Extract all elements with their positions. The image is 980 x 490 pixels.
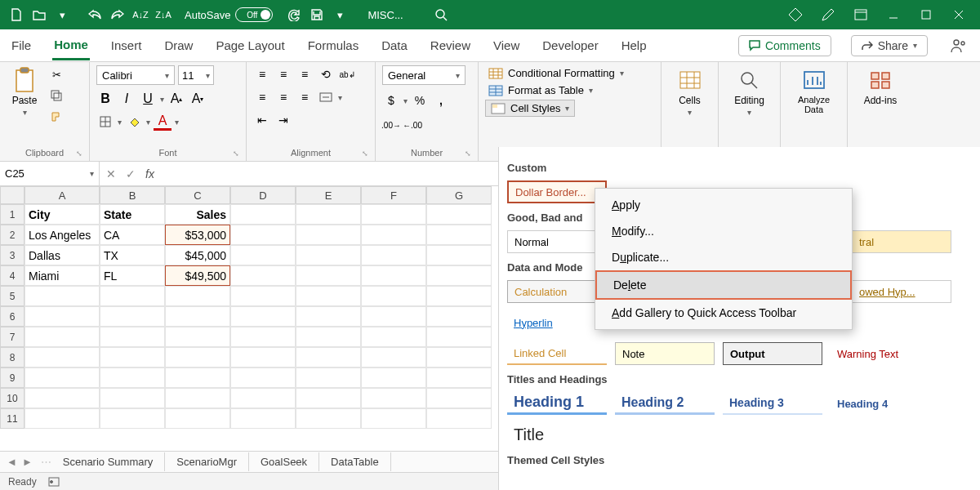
new-file-icon[interactable] xyxy=(7,5,26,24)
collab-icon[interactable] xyxy=(947,34,970,57)
diamond-icon[interactable] xyxy=(781,0,810,29)
addins-button[interactable]: Add-ins xyxy=(859,65,902,108)
qat-more-icon[interactable]: ▾ xyxy=(330,5,350,24)
cell[interactable] xyxy=(100,327,165,347)
cell[interactable] xyxy=(230,204,296,225)
fx-icon[interactable]: fx xyxy=(145,167,154,180)
tab-insert[interactable]: Insert xyxy=(109,32,144,59)
align-center-icon[interactable]: ≡ xyxy=(274,88,292,106)
tab-help[interactable]: Help xyxy=(620,32,648,59)
cell[interactable] xyxy=(100,306,165,327)
cell[interactable]: TX xyxy=(100,245,165,265)
cell[interactable] xyxy=(296,204,361,225)
cell[interactable] xyxy=(426,306,492,327)
cell[interactable] xyxy=(165,306,230,327)
style-neutral[interactable]: tral xyxy=(852,230,951,253)
name-box[interactable]: C25▾ xyxy=(0,162,100,185)
share-button[interactable]: Share ▾ xyxy=(851,35,928,56)
qat-dropdown-icon[interactable]: ▾ xyxy=(52,5,72,24)
font-size-combo[interactable]: 11▾ xyxy=(178,65,214,85)
refresh-icon[interactable] xyxy=(284,5,304,24)
ctx-apply[interactable]: Apply xyxy=(595,192,852,218)
select-all[interactable] xyxy=(0,186,24,204)
sort-asc-icon[interactable]: A↓Z xyxy=(131,5,150,24)
col-header[interactable]: A xyxy=(24,186,100,204)
cell[interactable]: Sales xyxy=(165,204,230,225)
cell[interactable] xyxy=(361,327,426,347)
merge-icon[interactable] xyxy=(317,88,335,106)
col-header[interactable]: C xyxy=(165,186,230,204)
cell[interactable] xyxy=(230,368,296,388)
cell[interactable] xyxy=(361,408,426,429)
sheet-tab[interactable]: ScenarioMgr xyxy=(165,452,249,471)
cell[interactable] xyxy=(361,286,426,306)
cell[interactable] xyxy=(361,265,426,286)
style-hyperlink[interactable]: Hyperlin xyxy=(507,311,556,334)
row-header[interactable]: 5 xyxy=(0,286,24,306)
format-painter-icon[interactable] xyxy=(47,108,65,126)
cell[interactable] xyxy=(24,347,100,368)
style-dollar-border[interactable]: Dollar Border... xyxy=(507,180,607,203)
tab-view[interactable]: View xyxy=(492,32,521,59)
cell[interactable] xyxy=(230,286,296,306)
style-title[interactable]: Title xyxy=(507,423,548,446)
tab-developer[interactable]: Developer xyxy=(541,32,599,59)
cell[interactable] xyxy=(426,368,492,388)
cell[interactable] xyxy=(165,368,230,388)
cell[interactable] xyxy=(296,388,361,408)
copy-icon[interactable] xyxy=(47,87,65,105)
cell[interactable]: Los Angeles xyxy=(24,225,100,245)
cells-button[interactable]: Cells▾ xyxy=(672,65,708,118)
cell[interactable] xyxy=(361,245,426,265)
cell[interactable] xyxy=(100,408,165,429)
cell[interactable] xyxy=(230,388,296,408)
number-format-combo[interactable]: General▾ xyxy=(382,65,466,85)
cell[interactable] xyxy=(426,245,492,265)
style-heading2[interactable]: Heading 2 xyxy=(615,392,715,415)
cell[interactable]: $49,500 xyxy=(165,265,230,286)
row-header[interactable]: 3 xyxy=(0,245,24,265)
launcher-icon[interactable]: ⤡ xyxy=(76,149,82,158)
cut-icon[interactable]: ✂ xyxy=(47,65,65,83)
cell[interactable] xyxy=(100,347,165,368)
dec-decimal-icon[interactable]: ←.00 xyxy=(403,116,421,134)
enter-icon[interactable]: ✓ xyxy=(126,167,136,180)
tab-file[interactable]: File xyxy=(10,32,33,59)
open-icon[interactable] xyxy=(29,5,49,24)
cell[interactable] xyxy=(426,265,492,286)
style-followed-hyperlink[interactable]: owed Hyp... xyxy=(852,280,951,303)
paste-button[interactable]: Paste ▾ xyxy=(7,65,42,118)
next-sheet-icon[interactable]: ► xyxy=(22,456,33,468)
col-header[interactable]: F xyxy=(361,186,426,204)
cell[interactable] xyxy=(165,347,230,368)
launcher-icon[interactable]: ⤡ xyxy=(362,149,368,158)
cell[interactable]: State xyxy=(100,204,165,225)
tab-data[interactable]: Data xyxy=(380,32,409,59)
font-name-combo[interactable]: Calibri▾ xyxy=(96,65,175,85)
ctx-modify[interactable]: Modify... xyxy=(595,218,852,244)
cell[interactable] xyxy=(361,388,426,408)
cell[interactable]: CA xyxy=(100,225,165,245)
tab-page-layout[interactable]: Page Layout xyxy=(214,32,286,59)
minimize-icon[interactable] xyxy=(879,0,908,29)
cell[interactable] xyxy=(230,306,296,327)
row-header[interactable]: 8 xyxy=(0,347,24,368)
cell[interactable] xyxy=(24,388,100,408)
style-normal[interactable]: Normal xyxy=(507,230,607,253)
row-header[interactable]: 10 xyxy=(0,388,24,408)
cell[interactable]: City xyxy=(24,204,100,225)
cell[interactable] xyxy=(361,225,426,245)
cell[interactable] xyxy=(426,388,492,408)
inc-indent-icon[interactable]: ⇥ xyxy=(274,111,292,129)
sheet-tab[interactable]: DataTable xyxy=(319,452,391,471)
macro-record-icon[interactable] xyxy=(48,477,60,487)
style-warning[interactable]: Warning Text xyxy=(831,342,930,365)
ctx-delete[interactable]: Delete xyxy=(595,270,852,300)
wrap-text-icon[interactable]: ab↲ xyxy=(338,65,356,83)
ribbon-display-icon[interactable] xyxy=(846,0,875,29)
cell[interactable] xyxy=(296,225,361,245)
row-header[interactable]: 2 xyxy=(0,225,24,245)
cell[interactable] xyxy=(230,265,296,286)
row-header[interactable]: 4 xyxy=(0,265,24,286)
percent-icon[interactable]: % xyxy=(411,91,429,109)
